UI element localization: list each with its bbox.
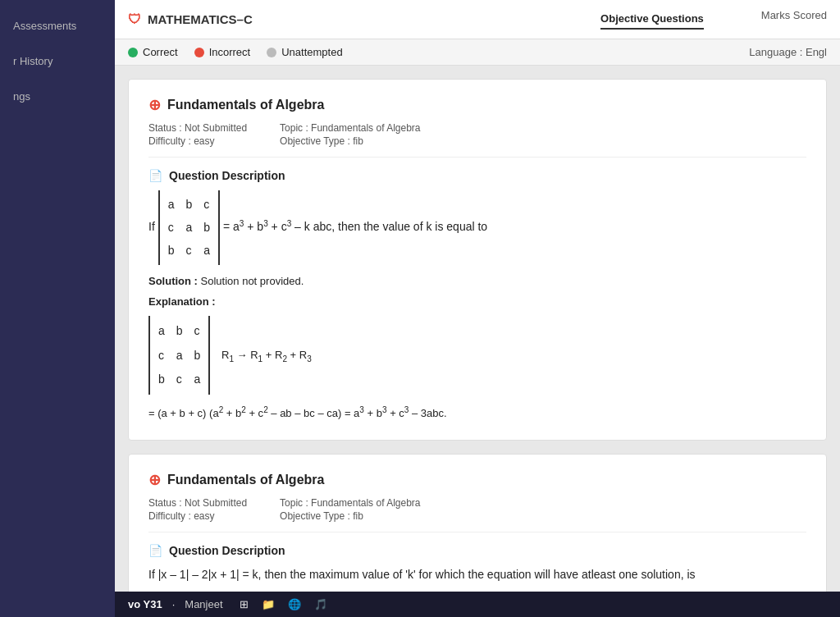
q1-explanation-result: = (a + b + c) (a2 + b2 + c2 – ab – bc – … <box>148 403 806 423</box>
q1-meta-right: Topic : Fundamentals of Algebra Objectiv… <box>280 122 420 147</box>
sidebar: Assessments r History ngs <box>0 0 115 617</box>
q2-topic: Topic : Fundamentals of Algebra <box>280 497 420 509</box>
q2-meta-left: Status : Not Submitted Difficulty : easy <box>148 497 247 522</box>
q1-title: Fundamentals of Algebra <box>167 98 324 112</box>
unattempted-label: Unattempted <box>281 46 342 58</box>
language-selector[interactable]: Language : Engl <box>749 46 827 58</box>
unattempted-dot <box>267 48 276 57</box>
q1-divider <box>148 157 806 158</box>
q2-icon: ⊕ <box>148 471 161 489</box>
sidebar-item-assessments[interactable]: Assessments <box>0 8 115 43</box>
row-operation: R1 → R1 + R2 + R3 <box>221 349 312 361</box>
q1-meta: Status : Not Submitted Difficulty : easy… <box>148 122 806 147</box>
q1-header: ⊕ Fundamentals of Algebra <box>148 96 806 114</box>
shield-icon: 🛡 <box>128 12 141 27</box>
legend-bar: Correct Incorrect Unattempted Language :… <box>115 39 840 66</box>
q2-doc-icon: 📄 <box>148 544 162 557</box>
legend-unattempted: Unattempted <box>267 46 342 58</box>
incorrect-label: Incorrect <box>209 46 251 58</box>
q2-divider <box>148 532 806 532</box>
q1-exp-matrix-grid: abc cab bca <box>148 316 210 395</box>
correct-label: Correct <box>143 46 178 58</box>
q1-question-text: If abc cab bca = a3 + b3 + c3 – k abc, t… <box>148 190 806 265</box>
q1-exp-matrix: abc cab bca <box>148 316 210 395</box>
q2-title: Fundamentals of Algebra <box>167 473 324 487</box>
q1-objective-type: Objective Type : fib <box>280 135 420 147</box>
q1-status: Status : Not Submitted <box>148 122 247 134</box>
q2-objective-type: Objective Type : fib <box>280 510 420 522</box>
bottom-user: Manjeet <box>185 598 222 610</box>
language-separator: : <box>800 46 806 58</box>
q1-explanation-matrix: abc cab bca R1 → R1 + R2 + R3 <box>148 316 806 395</box>
doc-icon: 📄 <box>148 169 162 182</box>
q1-topic: Topic : Fundamentals of Algebra <box>280 122 420 134</box>
main-content: 🛡 MATHEMATICS–C Objective Questions Mark… <box>115 0 840 617</box>
q1-icon: ⊕ <box>148 96 161 114</box>
header-tabs: Objective Questions Marks Scored <box>600 9 827 30</box>
legend-incorrect: Incorrect <box>194 46 251 58</box>
q1-section-title: 📄 Question Description <box>148 169 806 182</box>
q1-matrix-grid: abc cab bca <box>158 190 220 265</box>
content-area: ⊕ Fundamentals of Algebra Status : Not S… <box>115 66 840 592</box>
q2-section-title: 📄 Question Description <box>148 544 806 557</box>
language-label: Language <box>749 46 797 58</box>
language-value: Engl <box>806 46 827 58</box>
legend-correct: Correct <box>128 46 178 58</box>
q2-meta: Status : Not Submitted Difficulty : easy… <box>148 497 806 522</box>
subject-title: MATHEMATICS–C <box>148 12 253 26</box>
q1-explanation: Explanation : abc cab bca R1 → R1 + R2 +… <box>148 295 806 423</box>
correct-dot <box>128 48 138 57</box>
sidebar-item-history[interactable]: r History <box>0 43 115 79</box>
bottom-logo: vo Y31 <box>128 598 162 610</box>
sidebar-item-ngs[interactable]: ngs <box>0 79 115 114</box>
bottom-bar: vo Y31 · Manjeet ⊞ 📁 🌐 🎵 <box>115 592 840 617</box>
q1-matrix: abc cab bca <box>158 190 220 265</box>
header-bar: 🛡 MATHEMATICS–C Objective Questions Mark… <box>115 0 840 39</box>
question-card-2: ⊕ Fundamentals of Algebra Status : Not S… <box>128 454 827 592</box>
tab-marks-scored[interactable]: Marks Scored <box>761 9 827 30</box>
q1-solution: Solution : Solution not provided. <box>148 275 806 287</box>
q2-question-text: If |x – 1| – 2|x + 1| = k, then the maxi… <box>148 565 806 585</box>
q2-difficulty: Difficulty : easy <box>148 510 247 522</box>
tab-objective-questions[interactable]: Objective Questions <box>600 9 704 30</box>
header-title: 🛡 MATHEMATICS–C <box>128 12 253 27</box>
incorrect-dot <box>194 48 204 57</box>
q2-header: ⊕ Fundamentals of Algebra <box>148 471 806 489</box>
question-card-1: ⊕ Fundamentals of Algebra Status : Not S… <box>128 79 827 441</box>
q1-meta-left: Status : Not Submitted Difficulty : easy <box>148 122 247 147</box>
q2-status: Status : Not Submitted <box>148 497 247 509</box>
q2-meta-right: Topic : Fundamentals of Algebra Objectiv… <box>280 497 420 522</box>
q1-difficulty: Difficulty : easy <box>148 135 247 147</box>
